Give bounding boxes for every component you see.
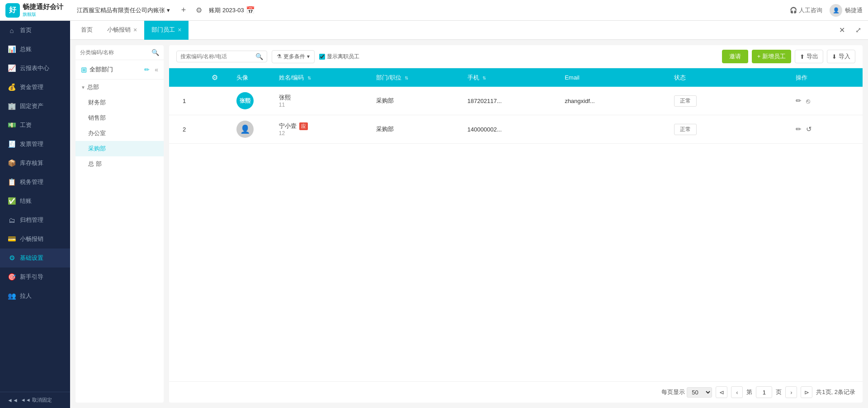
emp-code-1: 11 — [279, 102, 363, 108]
add-employee-button[interactable]: + 新增员工 — [752, 50, 791, 63]
right-panel: 🔍 ⚗ 更多条件 ▾ 显示离职员工 邀请 — [169, 45, 863, 403]
dept-item-sales[interactable]: 销售部 — [75, 110, 164, 126]
dept-item-general[interactable]: 总 部 — [75, 156, 164, 172]
settings-button[interactable]: ⚙ — [193, 5, 204, 16]
sidebar-item-invoice[interactable]: 🧾 发票管理 — [0, 135, 70, 154]
dept-edit-button[interactable]: ✏ — [142, 65, 152, 75]
tab-home[interactable]: 首页 — [74, 21, 100, 40]
export-button[interactable]: ⬆ 导出 — [795, 50, 823, 63]
sidebar-item-label: 工资 — [20, 121, 32, 129]
cancel-fixed-label: ◄◄ 取消固定 — [21, 397, 52, 403]
logo-sub: 旗舰版 — [23, 11, 63, 18]
all-dept-header[interactable]: ⊞ 全部部门 ✏ « — [75, 60, 164, 80]
more-filters-button[interactable]: ⚗ 更多条件 ▾ — [272, 50, 315, 63]
user-area[interactable]: 👤 畅捷通 — [830, 4, 863, 17]
show-resigned-checkbox-area[interactable]: 显示离职员工 — [319, 53, 359, 61]
sidebar-item-close-accounts[interactable]: ✅ 结账 — [0, 192, 70, 211]
dept-search-input[interactable] — [80, 49, 149, 56]
sidebar-item-home[interactable]: ⌂ 首页 — [0, 21, 70, 40]
guide-icon: 🎯 — [7, 273, 16, 281]
sidebar-item-salary[interactable]: 💵 工资 — [0, 116, 70, 135]
search-icon[interactable]: 🔍 — [255, 53, 263, 60]
sidebar-item-invite[interactable]: 👥 拉人 — [0, 286, 70, 305]
left-panel: 🔍 ⊞ 全部部门 ✏ « ▼ 总部 财务部 — [75, 45, 164, 403]
col-name-code[interactable]: 姓名/编码 ⇅ — [273, 68, 370, 87]
tab-dept-employees[interactable]: 部门员工 × — [144, 21, 189, 40]
sidebar-item-fixed-assets[interactable]: 🏢 固定资产 — [0, 97, 70, 116]
expense-icon: 💳 — [7, 235, 16, 243]
show-resigned-checkbox[interactable] — [319, 54, 325, 60]
avatar-gray-2: 👤 — [236, 121, 254, 138]
dept-collapse-button[interactable]: « — [155, 66, 158, 73]
edit-button-1[interactable]: ✏ — [796, 97, 802, 105]
employee-search-input[interactable] — [180, 53, 253, 60]
row2-status: 正常 — [668, 115, 789, 144]
sidebar-item-expense[interactable]: 💳 小畅报销 — [0, 230, 70, 249]
add-tab-button[interactable]: + — [178, 5, 189, 16]
logo-icon: 好 — [5, 3, 20, 18]
maximize-tab-button[interactable]: ⤢ — [852, 24, 864, 37]
dept-item-office[interactable]: 办公室 — [75, 126, 164, 141]
edit-button-2[interactable]: ✏ — [796, 125, 802, 133]
emp-name-1: 张熙 — [279, 94, 363, 102]
sidebar-item-guide[interactable]: 🎯 新手引导 — [0, 267, 70, 286]
invite-icon: 👥 — [7, 292, 16, 300]
tab-dept-close[interactable]: × — [178, 27, 181, 33]
dept-item-purchasing[interactable]: 采购部 — [75, 141, 164, 156]
close-tab-button[interactable]: ✕ — [835, 24, 848, 37]
import-button[interactable]: ⬇ 导入 — [827, 50, 855, 63]
sidebar-item-label: 税务管理 — [20, 178, 43, 186]
col-dept[interactable]: 部门/职位 ⇅ — [370, 68, 461, 87]
row2-phone: 140000002... — [461, 115, 558, 144]
emp-name-2: 宁小壹 — [279, 122, 297, 130]
dept-group-hq: ▼ 总部 财务部 销售部 办公室 采购部 — [75, 80, 164, 172]
page-number-input[interactable] — [756, 386, 772, 398]
prev-page-button[interactable]: ‹ — [731, 386, 743, 398]
dept-item-finance[interactable]: 财务部 — [75, 95, 164, 110]
top-header: 好 畅捷通好会计 旗舰版 江西服宝精品有限责任公司内账张 ▾ + ⚙ 账期 20… — [0, 0, 868, 21]
per-page-dropdown[interactable]: 10 20 50 100 — [687, 387, 712, 398]
show-resigned-label[interactable]: 显示离职员工 — [327, 53, 359, 61]
cancel-fixed-button[interactable]: ◄◄ ◄◄ 取消固定 — [0, 392, 70, 408]
row1-status: 正常 — [668, 87, 789, 115]
invite-label: 邀请 — [729, 53, 741, 60]
sidebar-item-archive[interactable]: 🗂 归档管理 — [0, 211, 70, 230]
last-page-button[interactable]: ⊳ — [801, 386, 812, 398]
dept-search-icon[interactable]: 🔍 — [151, 49, 159, 56]
invite-button[interactable]: 邀请 — [722, 50, 748, 63]
sidebar-item-label: 拉人 — [20, 292, 32, 300]
sidebar-item-reports[interactable]: 📈 云报表中心 — [0, 59, 70, 78]
calendar-icon[interactable]: 📅 — [246, 6, 255, 14]
dept-group-hq-header[interactable]: ▼ 总部 — [75, 80, 164, 95]
company-selector[interactable]: 江西服宝精品有限责任公司内账张 ▾ — [73, 5, 174, 16]
sort-icon-phone: ⇅ — [482, 75, 486, 80]
tab-expense-close[interactable]: × — [133, 27, 137, 33]
service-button[interactable]: 🎧 人工咨询 — [790, 6, 822, 14]
next-page-button[interactable]: › — [785, 386, 797, 398]
col-phone[interactable]: 手机 ⇅ — [461, 68, 558, 87]
table-row: 2 👤 宁小壹 — [169, 115, 863, 144]
sidebar-item-tax[interactable]: 📋 税务管理 — [0, 173, 70, 192]
table-header-row: ⚙ 头像 姓名/编码 ⇅ 部门/职位 — [169, 68, 863, 87]
first-page-button[interactable]: ⊲ — [716, 386, 727, 398]
sidebar-item-inventory[interactable]: 📦 库存核算 — [0, 154, 70, 173]
col-settings[interactable]: ⚙ — [199, 68, 230, 87]
name-code-2: 宁小壹 应 12 — [279, 122, 363, 136]
sidebar-item-label: 云报表中心 — [20, 64, 49, 72]
dept-general-label: 总 部 — [88, 160, 102, 167]
tabs-bar: 首页 小畅报销 × 部门员工 × ✕ ⤢ — [70, 21, 868, 40]
toolbar: 🔍 ⚗ 更多条件 ▾ 显示离职员工 邀请 — [169, 45, 863, 68]
tab-expense[interactable]: 小畅报销 × — [100, 21, 144, 40]
sidebar-item-general-ledger[interactable]: 📊 总账 — [0, 40, 70, 59]
row1-name-code: 张熙 11 — [273, 87, 370, 115]
settings-gear-icon[interactable]: ⚙ — [212, 74, 218, 81]
user-label: 畅捷通 — [845, 6, 863, 14]
funds-icon: 💰 — [7, 83, 16, 91]
dept-office-label: 办公室 — [88, 130, 106, 136]
delete-button-2[interactable]: ↺ — [806, 125, 812, 133]
import-label: 导入 — [839, 52, 850, 61]
sidebar-item-basic-settings[interactable]: ⚙ 基础设置 — [0, 249, 70, 267]
dept-group-hq-label: 总部 — [87, 83, 99, 91]
logout-button-1[interactable]: ⎋ — [806, 97, 810, 105]
sidebar-item-funds[interactable]: 💰 资金管理 — [0, 78, 70, 97]
